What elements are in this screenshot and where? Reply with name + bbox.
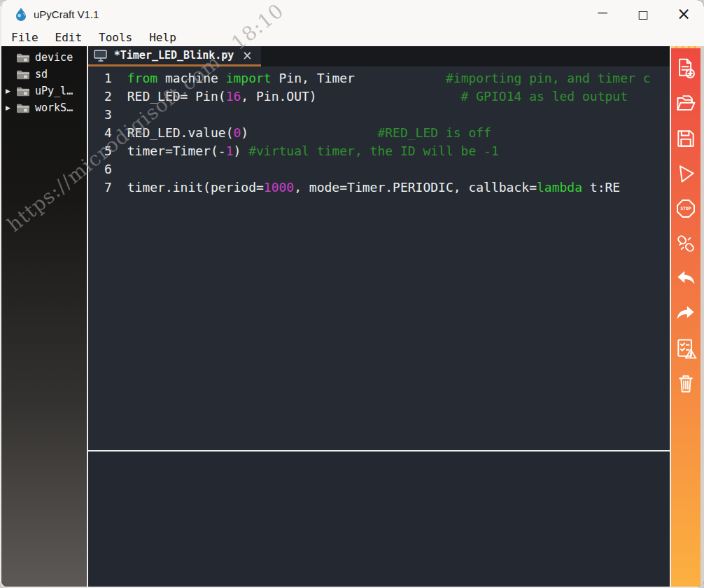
code-segment: 1: [226, 144, 234, 158]
svg-text:STOP: STOP: [681, 206, 691, 211]
code-segment: Pin, Timer: [272, 71, 355, 85]
tree-item-label: device: [35, 51, 73, 64]
clear-console-button[interactable]: [671, 366, 701, 401]
tree-item-sd[interactable]: sd: [1, 66, 87, 83]
menu-item-help[interactable]: Help: [149, 31, 176, 44]
tab-timer-led-blink[interactable]: *Timer_LED_Blink.py ×: [88, 46, 261, 66]
title-bar: uPyCraft V1.1 —□×: [1, 0, 704, 28]
code-segment: 16: [226, 89, 241, 104]
folder-icon: [16, 86, 30, 97]
code-line: 2RED_LED= Pin(16, Pin.OUT) # GPIO14 as l…: [94, 88, 670, 106]
code-segment: , mode=Timer.PERIODIC, callback=: [294, 180, 537, 195]
code-line: 1from machine import Pin, Timer #importi…: [94, 69, 670, 88]
expand-arrow-icon[interactable]: ▶: [6, 104, 16, 111]
syntax-check-button[interactable]: [671, 331, 701, 366]
save-file-icon: [675, 127, 697, 150]
close-button[interactable]: ×: [663, 0, 704, 28]
tree-item-label: sd: [35, 68, 48, 80]
file-tree: devicesd▶uPy_l…▶workS…: [1, 46, 87, 588]
line-number: 3: [94, 106, 112, 124]
open-file-button[interactable]: [671, 86, 701, 121]
code-line: 7timer.init(period=1000, mode=Timer.PERI…: [94, 178, 670, 197]
minimize-icon: —: [598, 6, 608, 19]
line-number: 5: [94, 142, 112, 160]
redo-icon: [675, 302, 697, 325]
download-run-icon: [675, 162, 697, 185]
undo-button[interactable]: [671, 261, 701, 296]
line-number: 1: [94, 69, 112, 88]
save-file-button[interactable]: [671, 121, 701, 156]
code-segment: [317, 89, 461, 104]
tree-item-upyl[interactable]: ▶uPy_l…: [1, 83, 87, 99]
code-segment: , Pin.OUT): [241, 89, 316, 104]
window-edge: [701, 46, 704, 588]
connect-serial-icon: [675, 232, 697, 255]
tab-close-icon[interactable]: ×: [242, 50, 252, 62]
console-panel[interactable]: [88, 451, 670, 588]
code-segment: #RED_LED is off: [377, 125, 491, 140]
connect-serial-button[interactable]: [671, 226, 701, 261]
menu-item-tools[interactable]: Tools: [99, 31, 132, 44]
undo-icon: [675, 267, 697, 290]
expand-arrow-icon[interactable]: ▶: [6, 88, 16, 94]
code-segment: RED_LED.value(: [127, 125, 234, 140]
folder-icon: [16, 103, 30, 113]
code-segment: timer=Timer(-: [127, 144, 226, 158]
code-segment: lambda: [537, 180, 582, 195]
code-segment: #importing pin, and timer c: [446, 71, 651, 85]
code-segment: ): [241, 125, 248, 140]
close-icon: ×: [677, 4, 691, 24]
code-segment: [355, 71, 446, 85]
folder-icon: [16, 52, 30, 63]
new-file-button[interactable]: [671, 51, 701, 86]
folder-icon: [16, 69, 30, 80]
stop-button[interactable]: STOP: [671, 191, 701, 226]
code-segment: [248, 125, 377, 140]
tree-item-device[interactable]: device: [1, 49, 87, 66]
monitor-icon: [94, 50, 108, 62]
app-window: uPyCraft V1.1 —□× FileEditToolsHelp devi…: [0, 0, 704, 588]
menu-bar: FileEditToolsHelp: [1, 28, 704, 46]
code-line: 5timer=Timer(-1) #virtual timer, the ID …: [94, 142, 670, 160]
menu-item-file[interactable]: File: [11, 31, 38, 44]
tab-bar: *Timer_LED_Blink.py ×: [88, 46, 670, 66]
redo-button[interactable]: [671, 296, 701, 331]
code-line: 6: [94, 160, 670, 178]
code-segment: machine: [157, 71, 226, 85]
download-run-button[interactable]: [671, 156, 701, 191]
code-line: 3: [94, 106, 670, 124]
tree-item-label: uPy_l…: [35, 85, 73, 97]
code-line: 4RED_LED.value(0) #RED_LED is off: [94, 124, 670, 142]
tab-title: *Timer_LED_Blink.py: [114, 49, 234, 62]
line-number: 6: [94, 160, 112, 178]
maximize-icon: □: [638, 8, 648, 21]
window-title: uPyCraft V1.1: [34, 8, 99, 20]
tree-item-works[interactable]: ▶workS…: [1, 99, 87, 116]
line-number: 4: [94, 124, 112, 142]
code-editor[interactable]: 1from machine import Pin, Timer #importi…: [88, 66, 670, 450]
maximize-button[interactable]: □: [623, 0, 663, 28]
clear-console-icon: [675, 372, 697, 395]
open-file-icon: [675, 92, 697, 115]
code-segment: 1000: [264, 180, 294, 195]
code-segment: ): [233, 144, 248, 158]
stop-icon: STOP: [675, 197, 697, 220]
code-segment: t:RE: [582, 180, 620, 195]
toolbar: STOP: [671, 46, 701, 588]
minimize-button[interactable]: —: [582, 0, 623, 28]
code-segment: 0: [233, 125, 241, 140]
line-number: 2: [94, 88, 112, 106]
code-segment: import: [226, 71, 272, 85]
code-segment: # GPIO14 as led output: [461, 89, 628, 104]
main-area: devicesd▶uPy_l…▶workS… *Timer_LED_Blink.…: [1, 46, 704, 588]
new-file-icon: [675, 57, 697, 80]
code-segment: from: [127, 71, 157, 85]
window-controls: —□×: [582, 0, 704, 28]
syntax-check-icon: [675, 337, 697, 360]
app-logo-icon: [14, 7, 28, 21]
menu-item-edit[interactable]: Edit: [55, 31, 83, 44]
code-segment: #virtual timer, the ID will be -1: [248, 144, 499, 158]
tree-item-label: workS…: [35, 102, 73, 114]
line-number: 7: [94, 178, 112, 197]
editor-column: *Timer_LED_Blink.py × 1from machine impo…: [88, 46, 670, 588]
